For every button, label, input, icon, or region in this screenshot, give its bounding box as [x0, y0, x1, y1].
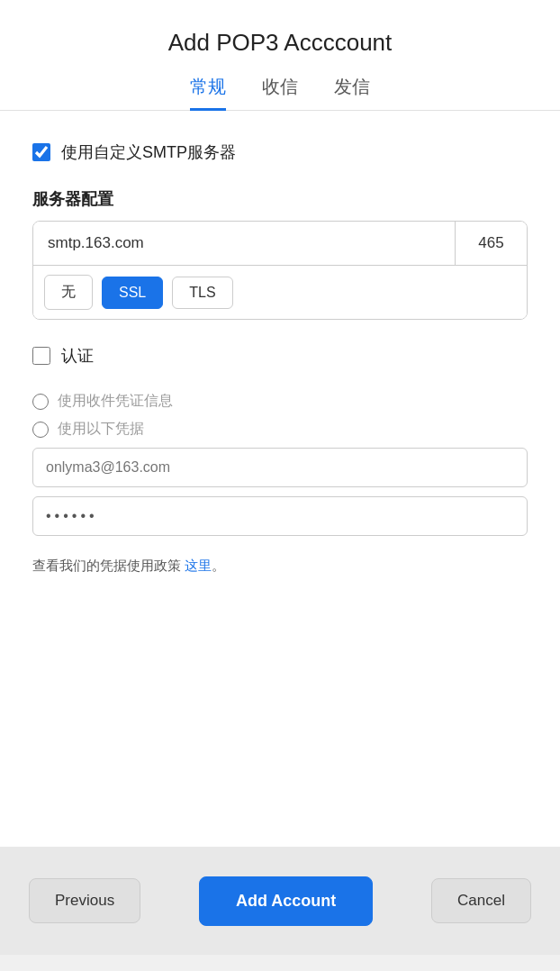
auth-label: 认证	[61, 345, 94, 367]
auth-section: 认证 使用收件凭证信息 使用以下凭据 查看我们的凭据使用政策 这里。	[32, 345, 528, 575]
cancel-button[interactable]: Cancel	[431, 878, 531, 923]
radio-incoming-creds-label: 使用收件凭证信息	[58, 392, 173, 411]
ssl-option-tls[interactable]: TLS	[172, 277, 232, 309]
server-config-box: 无 SSL TLS	[32, 221, 528, 320]
custom-smtp-checkbox[interactable]	[32, 143, 50, 161]
ssl-option-ssl[interactable]: SSL	[102, 277, 163, 309]
add-account-button[interactable]: Add Account	[199, 876, 373, 926]
content-area: 使用自定义SMTP服务器 服务器配置 无 SSL TLS 认证 使用收件凭证	[0, 132, 560, 829]
radio-custom-creds[interactable]	[32, 422, 49, 438]
server-port-input[interactable]	[455, 222, 527, 265]
ssl-option-none[interactable]: 无	[44, 275, 93, 310]
tab-outgoing[interactable]: 发信	[334, 75, 370, 111]
dialog-title: Add POP3 Accccount	[0, 0, 560, 75]
tabs-container: 常规 收信 发信	[0, 75, 560, 111]
ssl-row: 无 SSL TLS	[33, 266, 527, 319]
custom-smtp-label: 使用自定义SMTP服务器	[61, 141, 236, 163]
server-host-input[interactable]	[33, 222, 455, 265]
password-input[interactable]	[32, 496, 528, 536]
policy-link[interactable]: 这里	[185, 558, 212, 573]
radio-option-incoming-creds: 使用收件凭证信息	[32, 392, 528, 411]
dialog: Add POP3 Accccount 常规 收信 发信 使用自定义SMTP服务器…	[0, 0, 560, 847]
auth-checkbox[interactable]	[32, 347, 50, 365]
custom-smtp-row: 使用自定义SMTP服务器	[32, 141, 528, 163]
previous-button[interactable]: Previous	[29, 878, 140, 923]
server-host-row	[33, 222, 527, 266]
auth-checkbox-row: 认证	[32, 345, 528, 367]
tab-general[interactable]: 常规	[190, 75, 226, 111]
radio-incoming-creds[interactable]	[32, 394, 49, 410]
radio-option-custom-creds: 使用以下凭据	[32, 420, 528, 439]
email-input[interactable]	[32, 448, 528, 487]
policy-text: 查看我们的凭据使用政策 这里。	[32, 558, 528, 575]
footer: Previous Add Account Cancel	[0, 847, 560, 955]
server-config-title: 服务器配置	[32, 188, 528, 210]
tab-incoming[interactable]: 收信	[262, 75, 298, 111]
radio-custom-creds-label: 使用以下凭据	[58, 420, 144, 439]
